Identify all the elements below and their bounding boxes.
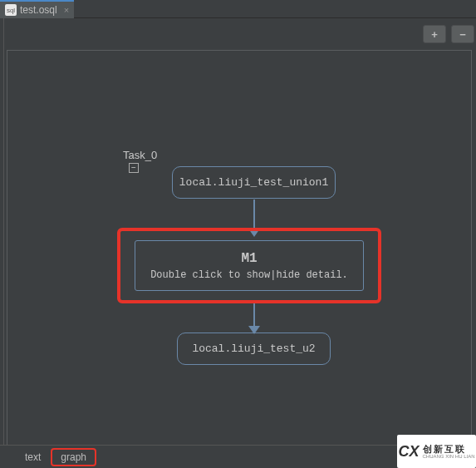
graph-node-source[interactable]: local.liuji_test_union1	[172, 166, 336, 199]
watermark: CX 创新互联 CHUANG XIN HU LIAN	[397, 435, 476, 468]
highlighted-node-frame: M1 Double click to show|hide detail.	[117, 228, 381, 303]
minus-icon: −	[459, 28, 466, 41]
watermark-en: CHUANG XIN HU LIAN	[423, 454, 475, 460]
graph-toolbar: + −	[423, 25, 474, 43]
editor-tab[interactable]: sql test.osql ×	[0, 0, 74, 18]
node-label: local.liuji_test_u2	[192, 342, 315, 355]
editor-tab-bar: sql test.osql ×	[0, 0, 476, 18]
tab-graph[interactable]: graph	[51, 448, 96, 466]
sql-file-icon: sql	[5, 4, 17, 16]
watermark-cn: 创新互联	[423, 444, 475, 454]
task-collapse-toggle[interactable]: −	[129, 163, 139, 173]
zoom-out-button[interactable]: −	[451, 25, 474, 43]
node-label: local.liuji_test_union1	[179, 176, 328, 189]
tab-label: graph	[61, 451, 86, 463]
graph-canvas[interactable]: Task_0 − local.liuji_test_union1 M1 Doub…	[5, 18, 476, 435]
node-subtitle: Double click to show|hide detail.	[150, 269, 348, 281]
graph-node-target[interactable]: local.liuji_test_u2	[177, 333, 331, 365]
collapse-icon: −	[131, 164, 136, 172]
splitter[interactable]	[0, 18, 4, 445]
editor-tab-filename: test.osql	[20, 4, 57, 16]
tab-label: text	[25, 451, 41, 463]
node-title: M1	[241, 251, 257, 266]
task-label: Task_0	[123, 149, 157, 161]
watermark-logo-icon: CX	[398, 443, 419, 461]
graph-edge	[253, 200, 255, 231]
zoom-in-button[interactable]: +	[423, 25, 446, 43]
close-icon[interactable]: ×	[64, 5, 69, 15]
plus-icon: +	[431, 28, 438, 41]
graph-node-task[interactable]: M1 Double click to show|hide detail.	[135, 240, 364, 291]
tab-text[interactable]: text	[15, 448, 51, 466]
